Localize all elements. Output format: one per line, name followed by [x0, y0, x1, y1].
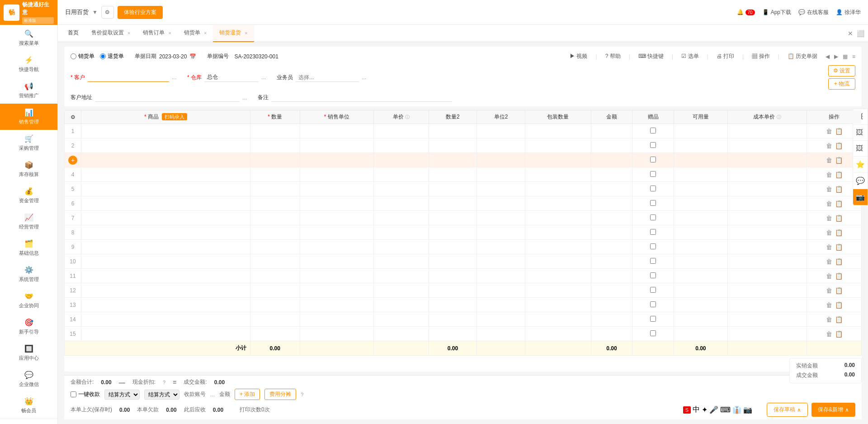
card-view-icon[interactable]: ▦	[843, 53, 848, 60]
trial-button[interactable]: 体验行业方案	[118, 6, 163, 19]
amount-cell[interactable]	[591, 153, 632, 167]
delete-icon[interactable]: 🗑	[826, 258, 832, 265]
sidebar-item-enterprise[interactable]: 🤝 企业协同	[0, 287, 57, 314]
settings-button[interactable]: ⚙ 设置	[828, 65, 855, 76]
right-float-item-5[interactable]: 💬	[853, 173, 868, 189]
logistics-button[interactable]: + 物流	[828, 78, 855, 90]
close-icon[interactable]: ×	[245, 30, 247, 36]
salesperson-lookup-btn[interactable]: ...	[362, 74, 366, 81]
gift-checkbox[interactable]	[650, 171, 656, 177]
delete-icon[interactable]: 🗑	[826, 316, 832, 323]
gear-button[interactable]: ⚙	[101, 6, 114, 19]
delete-icon[interactable]: 🗑	[826, 272, 832, 280]
one-click-checkbox[interactable]	[71, 391, 76, 397]
copy-icon[interactable]: 📋	[835, 287, 843, 294]
gift-checkbox[interactable]	[650, 200, 656, 206]
copy-icon[interactable]: 📋	[835, 200, 843, 207]
gift-checkbox[interactable]	[650, 214, 656, 220]
select-btn[interactable]: ☑ 选单	[678, 51, 702, 62]
unit2-cell[interactable]	[477, 153, 525, 167]
calc-method-select[interactable]: 结算方式	[104, 390, 140, 400]
delete-icon[interactable]: 🗑	[826, 243, 832, 251]
sales-unit-cell[interactable]	[300, 124, 373, 138]
address-lookup-btn[interactable]: ...	[242, 95, 247, 101]
delete-icon[interactable]: 🗑	[826, 287, 832, 294]
available-cell[interactable]	[674, 124, 728, 138]
copy-icon[interactable]: 📋	[835, 301, 843, 309]
warehouse-lookup-btn[interactable]: ...	[261, 74, 266, 81]
gift-checkbox[interactable]	[650, 142, 656, 148]
notification-area[interactable]: 🔔 70	[737, 9, 755, 15]
qty2-cell[interactable]	[429, 153, 477, 167]
fee-help-icon[interactable]: ?	[301, 392, 303, 397]
delete-icon[interactable]: 🗑	[826, 229, 832, 236]
delete-icon[interactable]: 🗑	[826, 128, 832, 135]
list-view-icon[interactable]: ≡	[852, 53, 855, 60]
customer-lookup-btn[interactable]: ...	[172, 74, 176, 81]
sub-method-select[interactable]: 结算方式	[144, 390, 179, 400]
unit-price-cell[interactable]	[373, 153, 429, 167]
delete-icon[interactable]: 🗑	[826, 171, 832, 178]
qty-cell[interactable]	[250, 138, 300, 153]
sidebar-item-marketing[interactable]: 📢 营销推广	[0, 77, 57, 104]
account-lookup-btn[interactable]: ...	[210, 391, 215, 398]
pkg-qty-cell[interactable]	[525, 138, 591, 153]
delete-icon[interactable]: 🗑	[826, 142, 832, 149]
tab-sales-return[interactable]: 销货退货 ×	[213, 25, 254, 42]
customer-input[interactable]	[88, 73, 169, 82]
sales-unit-cell[interactable]	[300, 153, 373, 167]
chevron-down-icon[interactable]: ∧	[797, 407, 801, 413]
tab-sales-order[interactable]: 销售订单 ×	[137, 25, 177, 42]
qty2-cell[interactable]	[429, 124, 477, 138]
gift-checkbox[interactable]	[650, 186, 656, 191]
tab-sales-delivery[interactable]: 销货单 ×	[178, 25, 213, 42]
right-float-item-3[interactable]: 🖼	[853, 141, 868, 157]
copy-icon[interactable]: 📋	[835, 157, 843, 164]
radio-delivery[interactable]: 销货单	[71, 52, 94, 60]
sidebar-item-newbie[interactable]: 🎯 新手引导	[0, 314, 57, 340]
shortcut-key-btn[interactable]: ⌨ 快捷键	[635, 51, 667, 62]
history-btn[interactable]: 📋 历史单据	[784, 51, 821, 62]
right-float-item-6[interactable]: 📷	[853, 189, 868, 205]
tab-price-settings[interactable]: 售价提取设置 ×	[85, 25, 137, 42]
add-payment-btn[interactable]: + 添加	[235, 389, 260, 400]
copy-icon[interactable]: 📋	[835, 272, 843, 280]
discount-help-icon[interactable]: ?	[163, 380, 165, 385]
close-icon[interactable]: ×	[204, 30, 207, 36]
close-icon[interactable]: ×	[168, 30, 171, 36]
unit-price-cell[interactable]	[373, 124, 429, 138]
date-value[interactable]: 2023-03-20	[159, 53, 187, 60]
unit2-cell[interactable]	[477, 138, 525, 153]
amount-cell[interactable]	[591, 138, 632, 153]
copy-icon[interactable]: 📋	[835, 258, 843, 265]
right-float-item-2[interactable]: 🖼	[853, 125, 868, 141]
product-cell[interactable]	[81, 138, 250, 153]
fee-split-btn[interactable]: 费用分摊	[264, 389, 296, 400]
gift-cell[interactable]	[632, 153, 674, 167]
gift-checkbox[interactable]	[650, 128, 656, 133]
copy-icon[interactable]: 📋	[835, 243, 843, 251]
online-service-link[interactable]: 💬 在线客服	[798, 9, 829, 16]
gift-checkbox[interactable]	[650, 157, 656, 162]
sidebar-item-wechat[interactable]: 💬 企业微信	[0, 366, 57, 392]
sidebar-item-member[interactable]: 👑 畅会员	[0, 392, 57, 419]
copy-icon[interactable]: 📋	[835, 128, 843, 135]
pkg-qty-cell[interactable]	[525, 124, 591, 138]
chevron-down-icon[interactable]: ∧	[845, 407, 849, 413]
salesperson-input[interactable]	[296, 73, 359, 82]
operation-btn[interactable]: ▦ 操作	[748, 51, 773, 62]
qty2-cell[interactable]	[429, 138, 477, 153]
next-record-icon[interactable]: ▶	[834, 53, 838, 60]
gift-checkbox[interactable]	[650, 229, 656, 235]
one-click-payment[interactable]: 一键收款	[71, 391, 100, 398]
cost-price-cell[interactable]	[727, 138, 807, 153]
sidebar-item-purchase[interactable]: 🛒 采购管理	[0, 130, 57, 156]
gift-checkbox[interactable]	[650, 243, 656, 249]
delete-icon[interactable]: 🗑	[826, 186, 832, 193]
copy-icon[interactable]: 📋	[835, 330, 843, 338]
scan-barcode-btn[interactable]: 扫码录入	[162, 113, 187, 120]
sidebar-item-apps[interactable]: 🔲 应用中心	[0, 340, 57, 366]
copy-icon[interactable]: 📋	[835, 186, 843, 193]
gift-checkbox[interactable]	[650, 330, 656, 336]
available-cell[interactable]	[674, 153, 728, 167]
